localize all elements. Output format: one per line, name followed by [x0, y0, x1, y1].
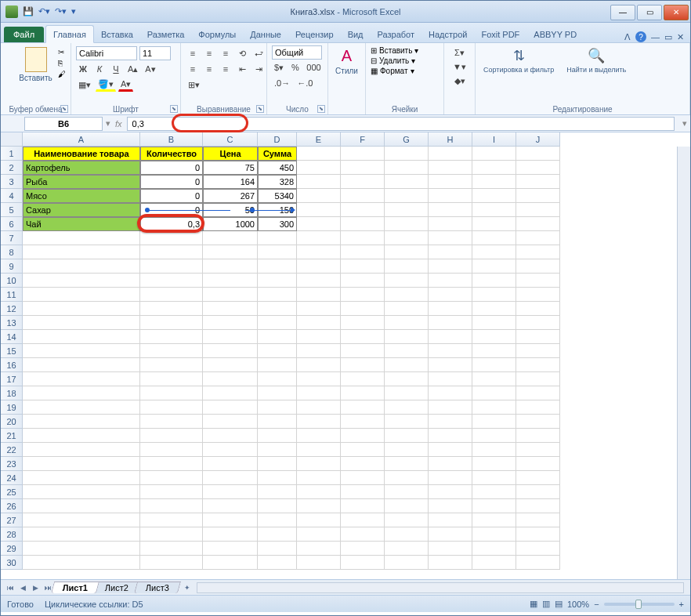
- cell[interactable]: [297, 189, 341, 203]
- cell[interactable]: [258, 302, 297, 316]
- cell[interactable]: [297, 344, 341, 358]
- cell[interactable]: [516, 161, 560, 175]
- currency-icon[interactable]: $▾: [272, 60, 286, 74]
- cell[interactable]: [258, 527, 297, 542]
- cell[interactable]: Сумма: [258, 147, 297, 161]
- cell[interactable]: [297, 471, 341, 485]
- clear-icon[interactable]: ◆▾: [449, 74, 470, 88]
- row-header[interactable]: 27: [1, 513, 23, 527]
- cell[interactable]: [23, 485, 140, 499]
- cell[interactable]: [140, 471, 203, 485]
- tab-formulas[interactable]: Формулы: [191, 26, 243, 42]
- number-format-select[interactable]: Общий: [272, 45, 322, 60]
- cell[interactable]: 5340: [258, 189, 297, 203]
- cell[interactable]: [297, 231, 341, 245]
- cell[interactable]: [341, 386, 385, 400]
- expand-formula-icon[interactable]: ▾: [682, 118, 687, 129]
- cell[interactable]: [341, 513, 385, 527]
- cell[interactable]: [23, 556, 140, 570]
- cell[interactable]: [472, 485, 516, 499]
- cell[interactable]: 328: [258, 175, 297, 189]
- percent-icon[interactable]: %: [288, 60, 302, 74]
- cell[interactable]: [472, 316, 516, 330]
- cell[interactable]: [297, 443, 341, 457]
- cell[interactable]: [297, 161, 341, 175]
- cell[interactable]: [429, 556, 472, 570]
- tab-file[interactable]: Файл: [4, 27, 44, 42]
- cell[interactable]: [23, 316, 140, 330]
- cell[interactable]: [472, 245, 516, 259]
- cell[interactable]: [258, 429, 297, 443]
- cell[interactable]: [258, 358, 297, 372]
- cell[interactable]: Сахар: [23, 203, 140, 217]
- cell[interactable]: [140, 527, 203, 542]
- view-normal-icon[interactable]: ▦: [530, 599, 537, 609]
- merge-icon[interactable]: ⊞▾: [186, 78, 202, 92]
- sheet-tab[interactable]: Лист3: [134, 582, 181, 593]
- cell[interactable]: [472, 344, 516, 358]
- cell[interactable]: [23, 288, 140, 302]
- qat-more-icon[interactable]: ▾: [71, 6, 76, 16]
- tab-developer[interactable]: Разработ: [371, 26, 421, 42]
- align-right-icon[interactable]: ≡: [219, 62, 233, 76]
- cell[interactable]: [297, 274, 341, 288]
- cell[interactable]: [516, 147, 560, 161]
- cell[interactable]: [203, 245, 258, 259]
- cell[interactable]: [258, 542, 297, 556]
- cell[interactable]: [140, 443, 203, 457]
- cell[interactable]: [385, 542, 429, 556]
- cell[interactable]: 0: [140, 189, 203, 203]
- cell[interactable]: [472, 217, 516, 231]
- styles-button[interactable]: A Стили: [333, 45, 360, 77]
- cell[interactable]: [341, 471, 385, 485]
- paste-button[interactable]: Вставить: [5, 45, 66, 84]
- cell[interactable]: [516, 344, 560, 358]
- format-cells-button[interactable]: Формат: [380, 67, 408, 75]
- vertical-scrollbar[interactable]: [677, 147, 690, 579]
- font-size-select[interactable]: 11: [139, 46, 171, 60]
- cell[interactable]: [297, 513, 341, 527]
- row-header[interactable]: 28: [1, 527, 23, 542]
- cell[interactable]: [203, 415, 258, 429]
- cell[interactable]: [140, 429, 203, 443]
- align-left-icon[interactable]: ≡: [186, 62, 200, 76]
- cell[interactable]: [516, 231, 560, 245]
- cell[interactable]: [140, 556, 203, 570]
- cell[interactable]: [23, 443, 140, 457]
- cell[interactable]: [472, 231, 516, 245]
- cell[interactable]: [516, 330, 560, 344]
- cell[interactable]: [472, 429, 516, 443]
- cell[interactable]: [516, 175, 560, 189]
- row-header[interactable]: 15: [1, 344, 23, 358]
- cell[interactable]: [23, 358, 140, 372]
- dialog-launcher-icon[interactable]: ⬊: [317, 105, 325, 113]
- cell[interactable]: [203, 443, 258, 457]
- cell[interactable]: [516, 415, 560, 429]
- row-header[interactable]: 3: [1, 175, 23, 189]
- sheet-tab[interactable]: Лист1: [51, 582, 99, 593]
- minimize-button[interactable]: —: [610, 5, 635, 20]
- cell[interactable]: [341, 302, 385, 316]
- cell[interactable]: [385, 175, 429, 189]
- sort-filter-button[interactable]: ⇅ Сортировка и фильтр: [480, 45, 557, 75]
- cell[interactable]: [140, 499, 203, 513]
- cell[interactable]: [140, 386, 203, 400]
- cell[interactable]: [258, 443, 297, 457]
- cell[interactable]: [429, 527, 472, 542]
- cell[interactable]: [385, 288, 429, 302]
- col-header[interactable]: C: [203, 132, 258, 147]
- cell[interactable]: [297, 302, 341, 316]
- cell[interactable]: [516, 400, 560, 415]
- cell[interactable]: 267: [203, 189, 258, 203]
- cell[interactable]: [516, 556, 560, 570]
- col-header[interactable]: H: [429, 132, 472, 147]
- cell[interactable]: [140, 542, 203, 556]
- cell[interactable]: [341, 330, 385, 344]
- worksheet-grid[interactable]: ABCDEFGHIJ1Наименование товараКоличество…: [1, 132, 690, 579]
- cell[interactable]: [429, 542, 472, 556]
- cell[interactable]: [516, 259, 560, 274]
- cell[interactable]: [472, 175, 516, 189]
- cell[interactable]: Наименование товара: [23, 147, 140, 161]
- cell[interactable]: [297, 386, 341, 400]
- cell[interactable]: [140, 330, 203, 344]
